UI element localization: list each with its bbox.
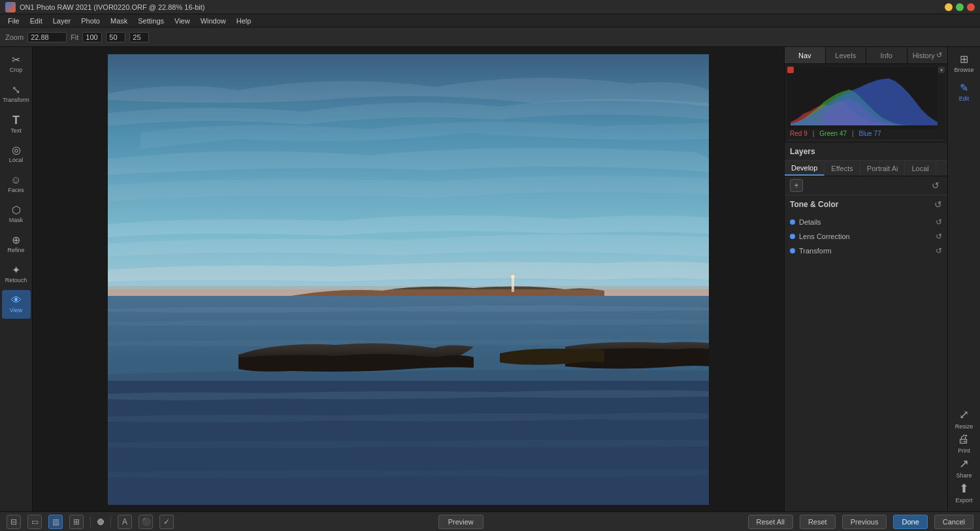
menu-settings[interactable]: Settings — [133, 14, 169, 27]
tool-faces[interactable]: ☺ Faces — [2, 170, 31, 199]
transform-reset-button[interactable]: ↺ — [936, 246, 942, 255]
histogram-area: ▾ Red 9 — [785, 64, 947, 143]
layer-tab-effects[interactable]: Effects — [825, 161, 860, 176]
status-dot — [97, 519, 104, 525]
tab-info[interactable]: Info — [866, 47, 907, 63]
reset-all-button[interactable]: Reset All — [748, 515, 793, 529]
layer-tab-portrait-ai[interactable]: Portrait Ai — [860, 161, 906, 176]
export-button[interactable]: ⬆ Export — [955, 481, 972, 504]
green-value: Green 47 — [819, 130, 847, 137]
tool-crop[interactable]: ✂ Crop — [2, 50, 31, 78]
single-view-button[interactable]: ▭ — [27, 515, 42, 529]
transform-icon: ⤡ — [12, 85, 20, 95]
local-icon: ◎ — [12, 145, 21, 155]
print-label: Print — [958, 447, 970, 454]
tool-text[interactable]: T Text — [2, 110, 31, 138]
crop-icon: ✂ — [12, 55, 20, 65]
layer-tab-develop[interactable]: Develop — [785, 161, 825, 176]
close-button[interactable] — [967, 3, 975, 11]
lens-correction-dot — [790, 234, 795, 239]
zoom-100-input[interactable] — [82, 32, 102, 42]
photo-svg — [108, 54, 709, 505]
history-tab-label: History — [913, 52, 935, 59]
histogram-rgb-values: Red 9 | Green 47 | Blue 77 — [787, 129, 945, 140]
window-title: ON1 Photo RAW 2021 (IVOR0220.ORF @ 22.88… — [20, 3, 204, 11]
zoom-25-input[interactable] — [129, 32, 149, 42]
histogram-settings[interactable]: ▾ — [938, 67, 945, 73]
browse-icon: ⊞ — [960, 53, 968, 65]
far-right-panel: ⊞ Browse ✎ Edit ⤢ Resize 🖨 Print ↗ Share… — [947, 47, 980, 511]
details-label: Details — [799, 218, 932, 226]
mask-status-icon: ⚫ — [141, 517, 151, 526]
tab-history[interactable]: History ↺ — [907, 47, 948, 63]
menu-file[interactable]: File — [3, 14, 25, 27]
compare-view-button[interactable]: ▥ — [48, 515, 63, 529]
menu-bar: File Edit Layer Photo Mask Settings View… — [0, 14, 980, 27]
mask-icon: ⬡ — [12, 205, 21, 216]
tool-retouch[interactable]: ✦ Retouch — [2, 260, 31, 289]
minimize-button[interactable] — [945, 3, 953, 11]
multi-view-button[interactable]: ⊞ — [69, 515, 84, 529]
tool-view[interactable]: 👁 View — [2, 290, 31, 319]
text-label: Text — [10, 127, 22, 134]
crop-label: Crop — [10, 67, 23, 73]
layer-undo-button[interactable]: ↺ — [929, 179, 942, 192]
text-status-icon: A — [122, 517, 127, 526]
menu-help[interactable]: Help — [231, 14, 257, 27]
tool-local[interactable]: ◎ Local — [2, 140, 31, 169]
print-button[interactable]: 🖨 Print — [958, 432, 970, 454]
check-tool-status[interactable]: ✓ — [159, 515, 174, 529]
details-dot — [790, 219, 795, 225]
tone-color-title: Tone & Color — [790, 200, 838, 209]
layer-tabs: Develop Effects Portrait Ai Local — [785, 161, 947, 176]
menu-edit[interactable]: Edit — [25, 14, 48, 27]
menu-photo[interactable]: Photo — [76, 14, 105, 27]
edit-button[interactable]: ✎ Edit — [950, 78, 979, 105]
zoom-50-input[interactable] — [106, 32, 125, 42]
tone-color-header: Tone & Color ↺ — [790, 199, 942, 210]
mask-tool-status[interactable]: ⚫ — [139, 515, 153, 529]
tool-mask[interactable]: ⬡ Mask — [2, 200, 31, 229]
refine-icon: ⊕ — [12, 235, 20, 246]
done-button[interactable]: Done — [893, 515, 927, 529]
histogram-clip-warning — [787, 67, 794, 73]
mask-label: Mask — [9, 217, 24, 223]
menu-mask[interactable]: Mask — [105, 14, 133, 27]
menu-view[interactable]: View — [169, 14, 195, 27]
zoom-input[interactable] — [27, 32, 67, 42]
browse-button[interactable]: ⊞ Browse — [950, 50, 979, 76]
text-tool-status[interactable]: A — [118, 515, 132, 529]
left-sidebar: ✂ Crop ⤡ Transform T Text ◎ Local ☺ Face… — [0, 47, 33, 511]
reset-button[interactable]: Reset — [800, 515, 836, 529]
maximize-button[interactable] — [956, 3, 964, 11]
retouch-label: Retouch — [5, 277, 27, 283]
toggle-panels-button[interactable]: ⊟ — [7, 515, 21, 529]
tab-nav[interactable]: Nav — [785, 47, 826, 63]
cancel-button[interactable]: Cancel — [934, 515, 973, 529]
status-bar: ⊟ ▭ ▥ ⊞ A ⚫ ✓ Preview Reset All Reset Pr… — [0, 511, 980, 531]
panels-icon: ⊟ — [10, 517, 17, 526]
edit-icon: ✎ — [960, 82, 968, 94]
tab-levels[interactable]: Levels — [826, 47, 867, 63]
menu-layer[interactable]: Layer — [48, 14, 76, 27]
layer-tab-local[interactable]: Local — [905, 161, 936, 176]
histogram-svg — [787, 67, 938, 129]
tone-color-reset-button[interactable]: ↺ — [934, 199, 942, 210]
menu-window[interactable]: Window — [195, 14, 231, 27]
resize-button[interactable]: ⤢ Resize — [955, 408, 973, 430]
lens-correction-reset-button[interactable]: ↺ — [936, 232, 942, 241]
preview-button[interactable]: Preview — [438, 515, 483, 529]
details-reset-button[interactable]: ↺ — [936, 217, 942, 227]
nav-tab-label: Nav — [798, 52, 811, 59]
window-controls — [945, 3, 975, 11]
tool-refine[interactable]: ⊕ Refine — [2, 230, 31, 259]
nav-tabs: Nav Levels Info History ↺ — [785, 47, 947, 64]
resize-label: Resize — [955, 423, 973, 430]
add-layer-button[interactable]: + — [790, 179, 803, 192]
resize-icon: ⤢ — [959, 408, 969, 422]
right-panel: Nav Levels Info History ↺ ▾ — [784, 47, 947, 511]
layers-header: Layers — [785, 143, 947, 161]
tool-transform[interactable]: ⤡ Transform — [2, 80, 31, 108]
previous-button[interactable]: Previous — [842, 515, 887, 529]
share-button[interactable]: ↗ Share — [956, 457, 972, 479]
